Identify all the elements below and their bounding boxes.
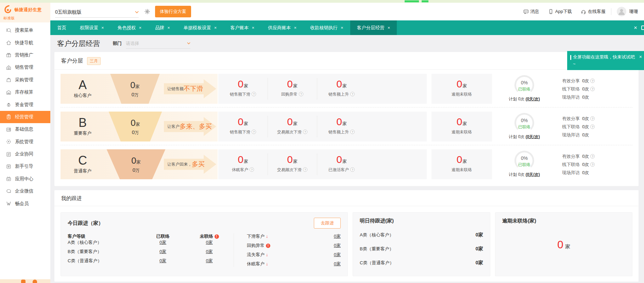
tab-客户分层经营[interactable]: 客户分层经营 ×: [350, 20, 397, 35]
sidebar-item-inventory[interactable]: 库存核算: [0, 86, 50, 98]
help-icon[interactable]: ?: [252, 92, 256, 96]
fullscreen-icon[interactable]: [641, 26, 644, 30]
sidebar-item-sales[interactable]: 销售管理: [0, 61, 50, 73]
alert-label: 回购异常: [247, 243, 265, 248]
help-icon[interactable]: ?: [250, 167, 254, 172]
topbar-link-phone[interactable]: App下载: [548, 9, 572, 15]
tab-权限设置[interactable]: 权限设置 ×: [73, 20, 111, 35]
overdue-total: 0家: [502, 238, 625, 251]
tab-品牌[interactable]: 品牌 ×: [148, 20, 177, 35]
slogan-prefix: 让客户: [167, 124, 180, 130]
gear-icon[interactable]: [144, 9, 150, 15]
alert-count-link[interactable]: 0家: [334, 252, 341, 258]
close-icon[interactable]: ×: [139, 25, 142, 30]
plan-link[interactable]: (0天/次): [526, 134, 540, 139]
help-icon[interactable]: ?: [350, 130, 355, 134]
contact-gauge: 0% 已联络 计划 0次 (0天/次): [492, 112, 557, 142]
workspace-select[interactable]: 0五组旗舰版: [55, 7, 139, 18]
topbar-link-headset[interactable]: 在线客服: [581, 9, 606, 15]
help-icon[interactable]: ?: [590, 162, 595, 167]
help-icon[interactable]: ?: [590, 79, 595, 83]
close-icon[interactable]: ×: [639, 53, 642, 60]
help-icon[interactable]: ?: [590, 87, 595, 91]
alert-count-link[interactable]: 0家: [334, 261, 341, 267]
help-icon[interactable]: ?: [590, 124, 595, 129]
close-icon[interactable]: ×: [214, 25, 217, 30]
sidebar-item-baseinfo[interactable]: 基础信息: [0, 123, 50, 135]
close-icon[interactable]: ×: [388, 25, 390, 30]
help-icon[interactable]: ?: [299, 92, 303, 96]
go-followup-button[interactable]: 去跟进: [314, 218, 341, 229]
sidebar-item-member[interactable]: 畅会员: [0, 197, 50, 210]
topbar-link-message[interactable]: 消息: [523, 9, 539, 15]
trial-plan-button[interactable]: 体验行业方案: [155, 6, 191, 17]
help-icon[interactable]: ?: [252, 130, 256, 134]
close-all-icon[interactable]: ×: [630, 24, 641, 31]
close-icon[interactable]: ×: [252, 25, 254, 30]
close-icon[interactable]: ×: [294, 25, 296, 30]
stat-item[interactable]: 0家 销售额下滑?: [218, 74, 268, 104]
alert-count-link[interactable]: 0家: [334, 233, 341, 239]
stat-overdue-uncontacted[interactable]: 0家 逾期未联络: [431, 149, 492, 179]
collab-icon: [6, 151, 12, 157]
sidebar-item-label: 系统管理: [15, 139, 33, 145]
sidebar-item-home[interactable]: 快捷导航: [0, 36, 50, 49]
contacted-count-link[interactable]: 0家: [159, 240, 166, 245]
sidebar-item-gift[interactable]: 营销推广: [0, 49, 50, 61]
stat-item[interactable]: 0家 回购异常?: [268, 74, 317, 104]
user-name[interactable]: 珊珊: [629, 9, 638, 15]
sidebar-item-appcenter[interactable]: 应用中心: [0, 173, 50, 185]
dept-select[interactable]: 请选择: [126, 38, 190, 49]
stat-item[interactable]: 0家 休眠客户?: [218, 149, 268, 179]
sidebar-item-system[interactable]: 系统管理: [0, 136, 50, 148]
avatar[interactable]: [617, 7, 626, 16]
sidebar-item-purchase[interactable]: 采购管理: [0, 74, 50, 86]
stat-item[interactable]: 0家 销售额上升?: [317, 112, 366, 142]
close-icon[interactable]: ×: [101, 25, 104, 30]
tab-供应商账本[interactable]: 供应商账本 ×: [261, 20, 303, 35]
help-icon[interactable]: ?: [303, 130, 307, 134]
sidebar-item-guide[interactable]: 新手引导: [0, 160, 50, 172]
stat-label: 交易频次下滑: [277, 130, 302, 134]
uncontacted-count-link[interactable]: 0家: [206, 258, 213, 263]
plan-link[interactable]: (0天/次): [526, 172, 540, 177]
contacted-count-link[interactable]: 0家: [159, 249, 166, 254]
help-icon[interactable]: ?: [350, 167, 355, 172]
close-icon[interactable]: ×: [341, 25, 343, 30]
tab-客户账本[interactable]: 客户账本 ×: [223, 20, 261, 35]
stat-item[interactable]: 0家 交易频次下滑?: [268, 149, 317, 179]
tab-收款核销执行[interactable]: 收款核销执行 ×: [303, 20, 350, 35]
uncontacted-count-link[interactable]: 0家: [206, 240, 213, 245]
help-icon[interactable]: ?: [590, 154, 595, 159]
stat-item[interactable]: 0家 已激活客户?: [317, 149, 366, 179]
tab-首页[interactable]: 首页: [50, 20, 73, 35]
stat-overdue-uncontacted[interactable]: 0家 逾期未联络: [431, 74, 492, 104]
sidebar-footer: [0, 279, 50, 283]
uncontacted-count-link[interactable]: 0家: [206, 249, 213, 254]
contacted-count-link[interactable]: 0家: [159, 258, 166, 263]
side-stat-label: 现场拜访: [562, 95, 580, 100]
sidebar-item-operations[interactable]: 经营管理: [0, 111, 50, 123]
footer-icon[interactable]: [33, 280, 37, 283]
alert-count-link[interactable]: 0家: [334, 243, 341, 249]
segment-stats: 0家 休眠客户? 0家 交易频次下滑? 0家 已激活客户?: [218, 149, 427, 179]
stat-item[interactable]: 0家 销售额上升?: [317, 74, 366, 104]
tab-角色授权[interactable]: 角色授权 ×: [111, 20, 149, 35]
stat-item[interactable]: 0家 交易频次下滑?: [268, 112, 317, 142]
plan-link[interactable]: (0天/次): [526, 97, 540, 101]
side-stat-label: 有效分享: [562, 154, 580, 159]
segment-letter: B: [70, 117, 95, 129]
close-icon[interactable]: ×: [167, 25, 170, 30]
help-icon[interactable]: ?: [590, 116, 595, 121]
stat-item[interactable]: 0家 销售额下滑?: [218, 112, 268, 142]
sidebar-item-search[interactable]: 搜索菜单: [0, 24, 50, 36]
footer-icon[interactable]: [21, 280, 26, 283]
sidebar-item-collab[interactable]: 企业协同: [0, 148, 50, 160]
help-icon[interactable]: ?: [350, 92, 355, 96]
help-icon[interactable]: ?: [303, 167, 307, 172]
sidebar-item-wechat[interactable]: 企业微信: [0, 185, 50, 197]
tab-单据模板设置[interactable]: 单据模板设置 ×: [177, 20, 224, 35]
stat-overdue-uncontacted[interactable]: 0家 逾期未联络: [431, 112, 492, 142]
sidebar-item-funds[interactable]: 资金管理: [0, 98, 50, 111]
stat-label: 逾期未联络: [431, 129, 492, 135]
